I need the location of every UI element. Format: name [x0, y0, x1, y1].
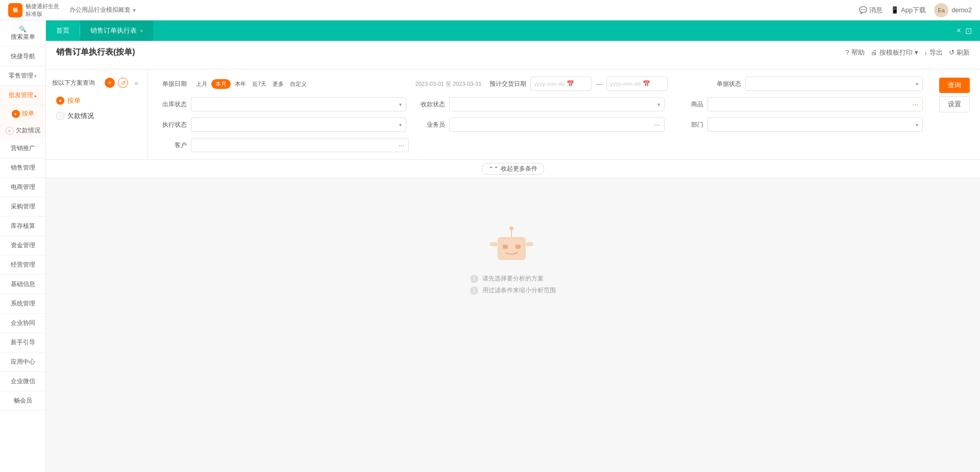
logo-symbol: 畅 [13, 7, 18, 14]
top-bar-left: 畅 畅捷通好生意 标准版 [8, 3, 59, 17]
salesperson-input[interactable]: ··· [449, 117, 665, 132]
refresh-scheme-button[interactable]: ↺ [118, 78, 128, 88]
sidebar-search[interactable]: 🔍 搜索菜单 [0, 20, 45, 47]
query-settings-area: 查询 设置 [939, 78, 970, 112]
sidebar-sub-item-qiankuan[interactable]: ○ 欠款情况 [0, 122, 45, 139]
query-button[interactable]: 查询 [939, 78, 970, 93]
sidebar-item-wholesale[interactable]: 批发管理 ▴ [0, 86, 45, 105]
refresh-button[interactable]: ↺ 刷新 [949, 48, 970, 57]
forecast-date-end[interactable]: yyyy-mm-dd 📅 [606, 77, 668, 91]
collapse-button[interactable]: ⌃⌃ 收起更多条件 [482, 163, 544, 175]
user-avatar[interactable]: Ea demo2 [934, 3, 972, 17]
collection-status-select[interactable]: ▾ [449, 97, 665, 111]
filter-field-department: 部门 ▾ [673, 117, 923, 132]
content-area: 首页 销售订单执行表 × × ⊡ 销售订单执行表(按单) [46, 20, 980, 472]
customer-dots-icon[interactable]: ··· [399, 141, 405, 149]
sidebar-item-enterprise[interactable]: 企业协同 [0, 314, 45, 333]
bill-status-arrow-icon: ▾ [916, 81, 918, 87]
department-arrow-icon: ▾ [916, 122, 918, 128]
warehouse-status-select[interactable]: ▾ [191, 97, 406, 111]
date-tab-custom[interactable]: 自定义 [288, 79, 309, 89]
empty-svg [487, 219, 538, 270]
filter-row-2: 出库状态 ▾ 收款状态 [156, 97, 972, 111]
sidebar-sub-group: ● 按单 ○ 欠款情况 [0, 105, 45, 139]
date-tab-current-month[interactable]: 本月 [211, 79, 231, 89]
filter-panel: 按以下方案查询 + ↺ « [46, 69, 980, 160]
messages-button[interactable]: 💬 消息 [859, 6, 883, 15]
sidebar-item-purchase[interactable]: 采购管理 [0, 197, 45, 217]
export-button[interactable]: ↓ 导出 [924, 48, 943, 57]
sidebar-sub-item-anpai[interactable]: ● 按单 [0, 105, 45, 122]
filter-field-warehouse-status: 出库状态 ▾ [156, 97, 406, 111]
window-controls: × ⊡ [957, 26, 980, 36]
date-tab-last-month[interactable]: 上月 [194, 79, 209, 89]
sidebar-item-ecommerce[interactable]: 电商管理 [0, 178, 45, 197]
scheme-nav-qiankuan[interactable]: ○ 欠款情况 [52, 108, 141, 124]
tab-close-icon[interactable]: × [140, 28, 143, 34]
warehouse-status-arrow-icon: ▾ [399, 102, 402, 107]
execution-status-select[interactable]: ▾ [191, 117, 406, 132]
filter-field-date: 单据日期 上月 本月 本年 近7天 更多 自定义 [156, 79, 411, 89]
sidebar-item-basic[interactable]: 基础信息 [0, 275, 45, 294]
warehouse-status-label: 出库状态 [156, 100, 187, 109]
department-select[interactable]: ▾ [707, 117, 923, 132]
sidebar-item-system[interactable]: 系统管理 [0, 294, 45, 314]
filter-field-collection-status: 收款状态 ▾ [414, 97, 665, 111]
anpai-dot-icon: ● [12, 110, 20, 118]
sidebar-item-retail[interactable]: 零售管理 ▾ [0, 66, 45, 86]
goods-dots-icon[interactable]: ··· [912, 100, 918, 108]
print-arrow-icon: ▾ [915, 49, 918, 56]
tab-bar: 首页 销售订单执行表 × × ⊡ [46, 20, 980, 41]
bill-status-select[interactable]: ▾ [745, 77, 923, 91]
message-icon: 💬 [859, 6, 867, 14]
sidebar-item-sales[interactable]: 销售管理 [0, 158, 45, 178]
goods-label: 商品 [673, 100, 703, 109]
logo-text: 畅捷通好生意 标准版 [26, 3, 59, 17]
filter-row-1: 单据日期 上月 本月 本年 近7天 更多 自定义 [156, 77, 972, 91]
main-layout: 🔍 搜索菜单 快捷导航 零售管理 ▾ 批发管理 ▴ ● 按单 ○ [0, 20, 980, 472]
goods-input[interactable]: ··· [707, 97, 923, 111]
print-button[interactable]: 🖨 按模板打印 ▾ [871, 48, 918, 57]
scheme-dot-icon: ● [56, 97, 64, 105]
customer-label: 客户 [156, 141, 187, 150]
svg-rect-3 [516, 245, 521, 249]
sidebar-item-marketing[interactable]: 营销推广 [0, 139, 45, 158]
add-scheme-button[interactable]: + [105, 78, 115, 88]
sidebar-item-inventory[interactable]: 库存核算 [0, 217, 45, 236]
filter-field-salesperson: 业务员 ··· [414, 117, 665, 132]
sidebar-quick-nav[interactable]: 快捷导航 [0, 47, 45, 66]
filter-row-3: 执行状态 ▾ 业务员 ··· [156, 117, 972, 132]
wholesale-expand-icon: ▴ [34, 93, 37, 98]
salesperson-dots-icon[interactable]: ··· [654, 121, 660, 129]
scheme-nav-anpai[interactable]: ● 按单 [52, 93, 141, 108]
filter-area: 按以下方案查询 + ↺ « [46, 69, 980, 160]
filter-form: 单据日期 上月 本月 本年 近7天 更多 自定义 [148, 69, 980, 159]
export-icon: ↓ [924, 49, 928, 56]
sidebar-item-finance[interactable]: 资金管理 [0, 236, 45, 255]
sidebar-item-corpwechat[interactable]: 企业微信 [0, 372, 45, 391]
help-button[interactable]: ? 帮助 [845, 48, 864, 57]
sidebar-item-member[interactable]: 畅会员 [0, 391, 45, 411]
collapse-scheme-button[interactable]: « [131, 78, 141, 88]
sidebar-item-appcenter[interactable]: 应用中心 [0, 352, 45, 372]
top-bar-right: 💬 消息 📱 App下载 Ea demo2 [859, 3, 972, 17]
svg-rect-2 [503, 245, 508, 249]
page-title: 销售订单执行表(按单) [56, 47, 135, 64]
app-download-button[interactable]: 📱 App下载 [891, 6, 926, 15]
tab-home[interactable]: 首页 [46, 20, 80, 41]
date-tab-more[interactable]: 更多 [271, 79, 286, 89]
svg-rect-7 [526, 242, 533, 246]
forecast-date-start[interactable]: yyyy-mm-dd 📅 [530, 77, 592, 91]
filter-field-forecast-date: 预计交货日期 yyyy-mm-dd 📅 — yyyy-mm-dd 📅 [489, 77, 702, 91]
settings-button[interactable]: 设置 [939, 96, 970, 112]
minimize-icon[interactable]: × [957, 26, 961, 36]
customer-input[interactable]: ··· [191, 138, 409, 152]
date-tab-last-7-days[interactable]: 近7天 [250, 79, 268, 89]
filter-field-goods: 商品 ··· [673, 97, 923, 111]
sidebar-item-operations[interactable]: 经营管理 [0, 255, 45, 275]
date-tab-current-year[interactable]: 本年 [233, 79, 248, 89]
maximize-icon[interactable]: ⊡ [965, 26, 972, 36]
tab-active[interactable]: 销售订单执行表 × [80, 20, 153, 41]
sidebar: 🔍 搜索菜单 快捷导航 零售管理 ▾ 批发管理 ▴ ● 按单 ○ [0, 20, 46, 472]
sidebar-item-newuser[interactable]: 新手引导 [0, 333, 45, 352]
